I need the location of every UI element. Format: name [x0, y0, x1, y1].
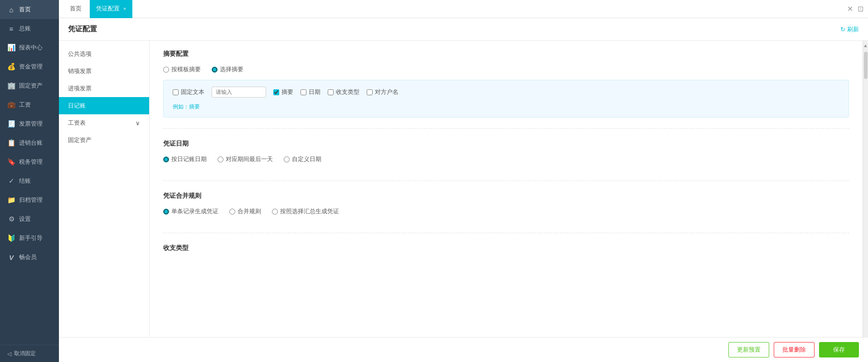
- salary-icon: 💼: [7, 101, 15, 109]
- fixed-text-input[interactable]: [212, 87, 266, 98]
- main: 首页 凭证配置 × ✕ ⊡ 凭证配置 ↻ 刷新 公共选项 销项发票 进项: [59, 0, 868, 362]
- sidebar-item-label: 税务管理: [19, 158, 43, 166]
- close-window-icon[interactable]: ✕: [847, 5, 853, 13]
- bottom-bar: 更新预置 批量删除 保存: [59, 337, 868, 362]
- income-type-section: 收支类型: [163, 244, 849, 270]
- checkbox-income-type[interactable]: 收支类型: [328, 88, 359, 96]
- sidebar-bottom[interactable]: ◁ 取消固定: [0, 345, 59, 362]
- tab-bar-actions: ✕ ⊡: [847, 5, 863, 13]
- sidebar-item-salary[interactable]: 💼 工资: [0, 95, 59, 114]
- sidebar-item-guide[interactable]: 🔰 新手引导: [0, 229, 59, 248]
- save-button[interactable]: 保存: [819, 342, 859, 357]
- batch-delete-button[interactable]: 批量删除: [774, 342, 815, 357]
- left-nav-fixed[interactable]: 固定资产: [59, 132, 149, 149]
- left-nav-sales[interactable]: 销项发票: [59, 63, 149, 80]
- sidebar-item-label: 工资: [19, 101, 31, 109]
- sidebar-item-label: 固定资产: [19, 82, 43, 90]
- sidebar-item-label: 首页: [19, 5, 31, 14]
- tab-bar: 首页 凭证配置 × ✕ ⊡: [59, 0, 868, 18]
- left-nav-payroll[interactable]: 工资表 ∨: [59, 114, 149, 132]
- radio-journal-date[interactable]: 按日记账日期: [163, 155, 207, 163]
- sidebar-item-label: 发票管理: [19, 120, 43, 128]
- update-preview-button[interactable]: 更新预置: [728, 342, 769, 357]
- sidebar: ⌂ 首页 ≡ 总账 📊 报表中心 💰 资金管理 🏢 固定资产 💼 工资 🧾 发票…: [0, 0, 59, 362]
- tab-home-label: 首页: [70, 5, 82, 13]
- summary-radio-group: 按模板摘要 选择摘要: [163, 65, 849, 73]
- income-type-title: 收支类型: [163, 244, 849, 252]
- radio-select-summary[interactable]: 选择摘要: [212, 65, 243, 73]
- refresh-label: 刷新: [847, 25, 859, 34]
- sidebar-item-member[interactable]: V 畅会员: [0, 248, 59, 267]
- merge-title: 凭证合并规则: [163, 192, 849, 200]
- scroll-thumb[interactable]: [864, 52, 868, 79]
- tax-icon: 🔖: [7, 158, 15, 166]
- refresh-icon: ↻: [840, 26, 845, 33]
- sidebar-item-label: 畅会员: [19, 253, 37, 261]
- radio-template-summary[interactable]: 按模板摘要: [163, 65, 201, 73]
- sidebar-bottom-label: 取消固定: [14, 350, 36, 357]
- left-nav-public[interactable]: 公共选项: [59, 45, 149, 63]
- member-icon: V: [7, 254, 15, 261]
- left-nav-journal[interactable]: 日记账: [59, 97, 149, 114]
- sidebar-item-label: 进销台账: [19, 139, 43, 147]
- sidebar-item-label: 结账: [19, 177, 31, 185]
- sidebar-item-label: 资金管理: [19, 63, 43, 71]
- radio-by-select[interactable]: 按照选择汇总生成凭证: [272, 207, 339, 215]
- checkbox-abstract[interactable]: 摘要: [273, 88, 293, 96]
- tab-close-button[interactable]: ×: [123, 6, 126, 11]
- sidebar-item-label: 报表中心: [19, 44, 43, 52]
- chevron-down-icon: ∨: [136, 120, 140, 127]
- radio-custom-date[interactable]: 自定义日期: [284, 155, 321, 163]
- content-area: 公共选项 销项发票 进项发票 日记账 工资表 ∨ 固定资产 摘要配置: [59, 41, 868, 337]
- radio-single-record[interactable]: 单条记录生成凭证: [163, 207, 218, 215]
- summary-checkboxes-row: 固定文本 摘要 日期 收支类型: [173, 87, 839, 98]
- sidebar-item-assets[interactable]: 🏢 固定资产: [0, 76, 59, 95]
- left-nav-purchase[interactable]: 进项发票: [59, 80, 149, 97]
- settings-icon: ⚙: [7, 215, 15, 223]
- sidebar-item-label: 归档管理: [19, 196, 43, 204]
- page-header: 凭证配置 ↻ 刷新: [59, 18, 868, 41]
- assets-icon: 🏢: [7, 82, 15, 90]
- right-content: 摘要配置 按模板摘要 选择摘要 固定文本: [150, 41, 863, 337]
- sidebar-item-label: 新手引导: [19, 234, 43, 242]
- summary-options-box: 固定文本 摘要 日期 收支类型: [163, 80, 849, 117]
- tab-voucher-config[interactable]: 凭证配置 ×: [90, 0, 132, 18]
- summary-section: 摘要配置 按模板摘要 选择摘要 固定文本: [163, 50, 849, 129]
- sidebar-item-ledger[interactable]: ≡ 总账: [0, 19, 59, 38]
- archive-icon: 📁: [7, 196, 15, 204]
- trade-icon: 📋: [7, 139, 15, 147]
- merge-radio-group: 单条记录生成凭证 合并规则 按照选择汇总生成凭证: [163, 207, 849, 215]
- sidebar-item-report[interactable]: 📊 报表中心: [0, 38, 59, 57]
- checkbox-counterpart[interactable]: 对方户名: [367, 88, 398, 96]
- sidebar-item-tax[interactable]: 🔖 税务管理: [0, 152, 59, 171]
- date-radio-group: 按日记账日期 对应期间最后一天 自定义日期: [163, 155, 849, 163]
- radio-period-last[interactable]: 对应期间最后一天: [218, 155, 273, 163]
- expand-window-icon[interactable]: ⊡: [858, 5, 863, 13]
- sidebar-item-invoice[interactable]: 🧾 发票管理: [0, 114, 59, 133]
- sidebar-item-settings[interactable]: ⚙ 设置: [0, 210, 59, 229]
- radio-merge-rule[interactable]: 合并规则: [229, 207, 261, 215]
- date-title: 凭证日期: [163, 140, 849, 148]
- sidebar-item-archive[interactable]: 📁 归档管理: [0, 191, 59, 210]
- summary-example: 例如：摘要: [173, 103, 839, 111]
- scrollbar[interactable]: ▲: [863, 41, 868, 337]
- page-title: 凭证配置: [68, 24, 97, 34]
- tab-home[interactable]: 首页: [63, 0, 88, 18]
- merge-section: 凭证合并规则 单条记录生成凭证 合并规则 按照选择汇总生成凭证: [163, 192, 849, 233]
- pin-icon: ◁: [7, 351, 11, 357]
- guide-icon: 🔰: [7, 234, 15, 242]
- report-icon: 📊: [7, 44, 15, 52]
- sidebar-item-label: 设置: [19, 215, 31, 223]
- tab-active-label: 凭证配置: [96, 5, 120, 13]
- summary-title: 摘要配置: [163, 50, 849, 58]
- refresh-button[interactable]: ↻ 刷新: [840, 25, 859, 34]
- sidebar-item-fund[interactable]: 💰 资金管理: [0, 57, 59, 76]
- sidebar-item-settle[interactable]: ✓ 结账: [0, 171, 59, 191]
- checkbox-fixed-text[interactable]: 固定文本: [173, 88, 204, 96]
- settle-icon: ✓: [7, 177, 15, 185]
- invoice-icon: 🧾: [7, 120, 15, 128]
- sidebar-item-home[interactable]: ⌂ 首页: [0, 0, 59, 19]
- checkbox-date[interactable]: 日期: [301, 88, 320, 96]
- sidebar-item-trade[interactable]: 📋 进销台账: [0, 133, 59, 152]
- sidebar-item-label: 总账: [19, 24, 31, 33]
